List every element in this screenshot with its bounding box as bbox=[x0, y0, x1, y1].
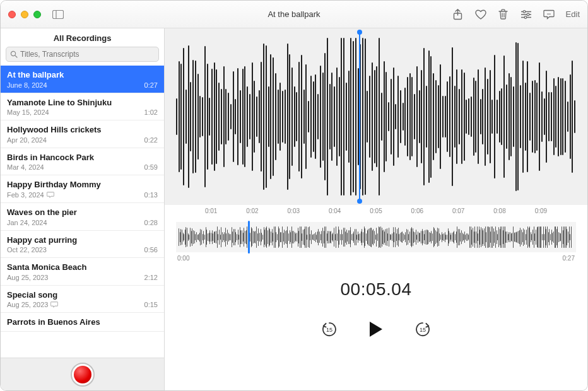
recording-duration: 0:13 bbox=[144, 191, 158, 199]
recording-title: Hollywood Hills crickets bbox=[7, 125, 158, 135]
ruler-tick: 0:03 bbox=[288, 207, 300, 214]
overview-end-time: 0:27 bbox=[563, 255, 575, 262]
recording-row[interactable]: Santa Monica BeachAug 25, 20232:12 bbox=[1, 258, 164, 286]
recording-date: Aug 25, 2023 bbox=[7, 301, 58, 308]
recording-row[interactable]: At the ballparkJune 8, 20240:27 bbox=[1, 66, 164, 93]
svg-text:•••: ••• bbox=[547, 11, 551, 15]
recording-row[interactable]: Parrots in Buenos Aires bbox=[1, 313, 164, 332]
recording-title: Parrots in Buenos Aires bbox=[7, 317, 158, 327]
recording-duration: 0:59 bbox=[144, 163, 158, 171]
detail-pane: 0:010:020:030:040:050:060:070:080:09 0:0… bbox=[165, 28, 587, 390]
record-icon bbox=[74, 366, 91, 383]
record-bar bbox=[1, 358, 164, 390]
transcript-button[interactable]: ••• bbox=[543, 9, 555, 20]
ruler-tick: 0:01 bbox=[205, 207, 217, 214]
recording-row[interactable]: Special songAug 25, 20230:15 bbox=[1, 286, 164, 313]
recording-title: Waves on the pier bbox=[7, 207, 158, 218]
recording-date: May 15, 2024 bbox=[7, 108, 49, 116]
titlebar: At the ballpark ••• Edit bbox=[1, 1, 587, 28]
delete-button[interactable] bbox=[498, 9, 509, 20]
svg-text:15: 15 bbox=[420, 327, 426, 333]
playhead[interactable] bbox=[359, 31, 360, 202]
skip-forward-button[interactable]: 15 bbox=[413, 320, 432, 339]
sidebar: All Recordings At the ballparkJune 8, 20… bbox=[1, 28, 165, 390]
recording-date: Oct 22, 2023 bbox=[7, 246, 47, 254]
recording-duration: 0:22 bbox=[144, 136, 158, 144]
svg-rect-0 bbox=[53, 10, 64, 18]
recording-row[interactable]: Happy cat purringOct 22, 20230:56 bbox=[1, 231, 164, 259]
recording-title: Special song bbox=[7, 290, 158, 300]
ruler-tick: 0:07 bbox=[452, 207, 464, 214]
svg-line-11 bbox=[15, 55, 17, 57]
recording-duration: 0:15 bbox=[144, 301, 158, 308]
ruler-tick: 0:05 bbox=[370, 207, 382, 214]
sidebar-toggle-button[interactable] bbox=[52, 9, 64, 20]
recording-duration: 2:12 bbox=[144, 274, 158, 281]
search-field[interactable] bbox=[6, 47, 159, 62]
waveform-overview[interactable] bbox=[176, 222, 576, 252]
record-button[interactable] bbox=[71, 363, 95, 387]
window-controls bbox=[8, 11, 41, 18]
time-ruler: 0:010:020:030:040:050:060:070:080:09 bbox=[165, 205, 587, 219]
ruler-tick: 0:06 bbox=[411, 207, 423, 214]
recording-row[interactable]: Hollywood Hills cricketsApr 20, 20240:22 bbox=[1, 120, 164, 148]
recording-title: Santa Monica Beach bbox=[7, 262, 158, 272]
close-window[interactable] bbox=[8, 11, 16, 18]
skip-back-button[interactable]: 15 bbox=[320, 320, 339, 339]
recording-date: Jan 24, 2024 bbox=[7, 219, 47, 226]
sidebar-header: All Recordings bbox=[1, 28, 164, 47]
transcript-badge-icon bbox=[50, 301, 58, 308]
edit-button[interactable]: Edit bbox=[566, 9, 580, 19]
favorite-button[interactable] bbox=[475, 9, 486, 20]
recording-title: Happy Birthday Mommy bbox=[7, 180, 158, 190]
play-button[interactable] bbox=[367, 320, 385, 339]
overview-playhead[interactable] bbox=[248, 221, 250, 254]
recording-row[interactable]: Happy Birthday MommyFeb 3, 20240:13 bbox=[1, 175, 164, 203]
timecode: 00:05.04 bbox=[165, 279, 587, 300]
waveform-editor[interactable] bbox=[165, 28, 587, 205]
minimize-window[interactable] bbox=[21, 11, 28, 18]
recording-date: Feb 3, 2024 bbox=[7, 191, 54, 199]
sidebar-icon bbox=[52, 9, 64, 20]
fullscreen-window[interactable] bbox=[33, 11, 41, 18]
recording-title: Happy cat purring bbox=[7, 235, 158, 245]
svg-point-6 bbox=[527, 13, 529, 16]
recording-date: Mar 4, 2024 bbox=[7, 163, 44, 171]
recording-date: Apr 20, 2024 bbox=[7, 136, 47, 144]
search-icon bbox=[10, 50, 18, 58]
recording-date: Aug 25, 2023 bbox=[7, 274, 48, 281]
overview-start-time: 0:00 bbox=[177, 255, 189, 262]
ruler-tick: 0:04 bbox=[329, 207, 341, 214]
recording-duration: 0:27 bbox=[144, 81, 158, 89]
recording-duration: 0:28 bbox=[144, 219, 158, 226]
search-input[interactable] bbox=[20, 50, 155, 59]
ruler-tick: 0:02 bbox=[246, 207, 258, 214]
transcript-badge-icon bbox=[47, 192, 54, 198]
ruler-tick: 0:08 bbox=[493, 207, 505, 214]
window-title: At the ballpark bbox=[268, 9, 320, 19]
recordings-list: At the ballparkJune 8, 20240:27Yamanote … bbox=[1, 66, 164, 358]
recording-duration: 1:02 bbox=[144, 108, 158, 116]
svg-text:15: 15 bbox=[326, 327, 332, 333]
settings-sliders-button[interactable] bbox=[520, 9, 532, 20]
recording-row[interactable]: Yamanote Line to ShinjukuMay 15, 20241:0… bbox=[1, 93, 164, 121]
svg-point-8 bbox=[524, 16, 527, 18]
svg-point-4 bbox=[523, 10, 526, 13]
recording-duration: 0:56 bbox=[144, 246, 158, 254]
recording-date: June 8, 2024 bbox=[7, 81, 47, 89]
recording-title: Birds in Hancock Park bbox=[7, 153, 158, 163]
share-button[interactable] bbox=[452, 9, 464, 20]
ruler-tick: 0:09 bbox=[535, 207, 547, 214]
recording-row[interactable]: Birds in Hancock ParkMar 4, 20240:59 bbox=[1, 148, 164, 176]
playback-controls: 15 15 bbox=[165, 320, 587, 339]
recording-title: At the ballpark bbox=[7, 70, 158, 80]
recording-title: Yamanote Line to Shinjuku bbox=[7, 98, 158, 108]
recording-row[interactable]: Waves on the pierJan 24, 20240:28 bbox=[1, 203, 164, 231]
